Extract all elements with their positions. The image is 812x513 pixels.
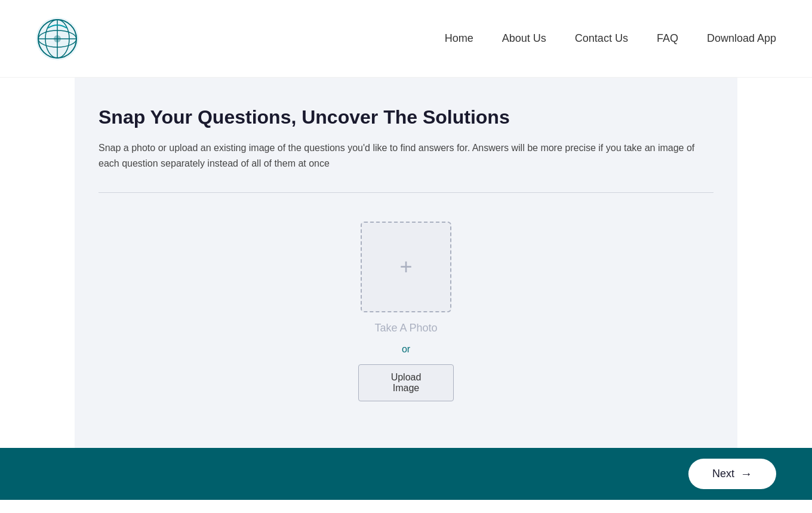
main-content: Snap Your Questions, Uncover The Solutio…: [75, 78, 737, 448]
header: Home About Us Contact Us FAQ Download Ap…: [0, 0, 812, 78]
nav-faq[interactable]: FAQ: [657, 32, 678, 45]
divider: [99, 192, 713, 193]
logo: [36, 17, 79, 60]
upload-section: + Take A Photo or Upload Image: [99, 222, 713, 401]
page-title: Snap Your Questions, Uncover The Solutio…: [99, 106, 713, 128]
nav: Home About Us Contact Us FAQ Download Ap…: [445, 32, 776, 45]
plus-icon: +: [399, 256, 412, 278]
page-description: Snap a photo or upload an existing image…: [99, 140, 713, 171]
arrow-right-icon: →: [740, 467, 752, 481]
nav-about-us[interactable]: About Us: [502, 32, 546, 45]
nav-contact-us[interactable]: Contact Us: [575, 32, 628, 45]
nav-home[interactable]: Home: [445, 32, 473, 45]
svg-point-6: [54, 35, 61, 42]
next-button-label: Next: [712, 468, 734, 480]
or-text: or: [402, 344, 410, 355]
next-button[interactable]: Next →: [688, 459, 776, 489]
upload-image-button[interactable]: Upload Image: [358, 364, 454, 401]
logo-container: [36, 17, 79, 60]
footer-bar: Next →: [0, 448, 812, 500]
photo-box[interactable]: +: [361, 222, 451, 312]
take-photo-label: Take A Photo: [374, 322, 437, 334]
nav-download-app[interactable]: Download App: [707, 32, 776, 45]
